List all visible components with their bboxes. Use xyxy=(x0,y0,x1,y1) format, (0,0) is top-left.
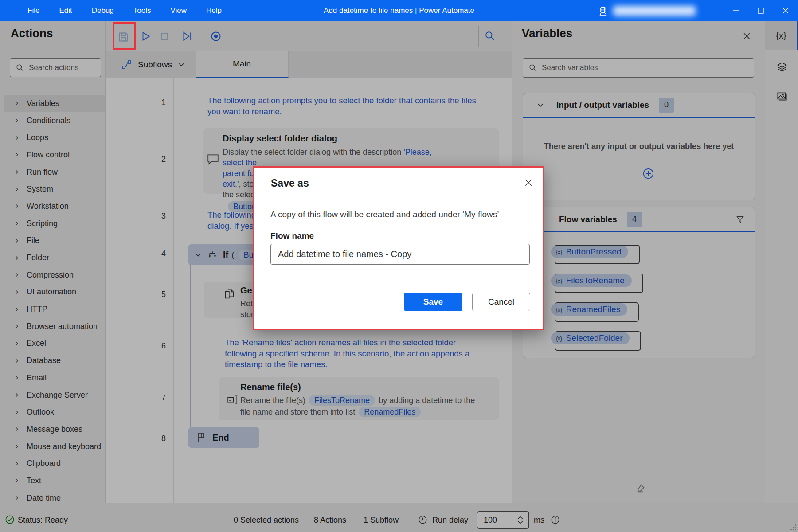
menu-bar: FileEditDebugToolsViewHelp xyxy=(27,0,222,21)
menu-item[interactable]: Edit xyxy=(59,6,72,15)
menu-item[interactable]: Help xyxy=(206,6,222,15)
title-bar: FileEditDebugToolsViewHelp Add datetime … xyxy=(0,0,798,21)
redacted-account-name xyxy=(613,6,696,16)
power-automate-window: FileEditDebugToolsViewHelp Add datetime … xyxy=(0,0,798,532)
save-button[interactable]: Save xyxy=(404,293,462,311)
cancel-button[interactable]: Cancel xyxy=(472,293,530,311)
save-button-highlight xyxy=(113,22,136,50)
flow-name-input[interactable] xyxy=(270,244,530,265)
close-icon xyxy=(524,178,533,187)
dialog-close-button[interactable] xyxy=(524,178,533,187)
menu-item[interactable]: File xyxy=(27,6,39,15)
save-as-dialog: Save as A copy of this flow will be crea… xyxy=(253,166,544,330)
close-button[interactable] xyxy=(773,0,798,21)
dialog-title: Save as xyxy=(271,177,309,189)
menu-item[interactable]: Tools xyxy=(133,6,151,15)
account-info[interactable] xyxy=(598,0,696,21)
dialog-body-text: A copy of this flow will be created and … xyxy=(270,210,499,219)
menu-item[interactable]: Debug xyxy=(92,6,114,15)
globe-icon xyxy=(598,5,609,16)
flow-name-label: Flow name xyxy=(270,231,314,241)
menu-item[interactable]: View xyxy=(171,6,187,15)
maximize-button[interactable] xyxy=(748,0,773,21)
minimize-button[interactable] xyxy=(724,0,748,21)
